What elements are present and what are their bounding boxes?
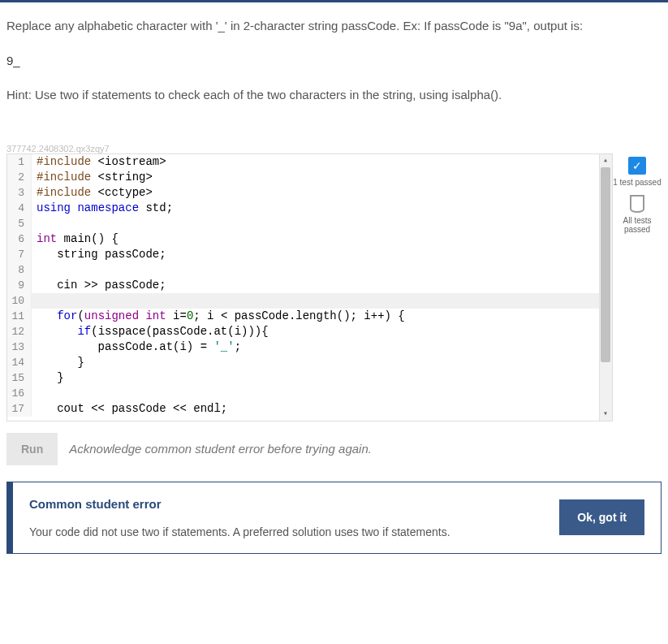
code-line[interactable]: 12 if(isspace(passCode.at(i))){: [7, 324, 612, 339]
code-line[interactable]: 4using namespace std;: [7, 201, 612, 216]
code-editor[interactable]: 1#include <iostream>2#include <string>3#…: [6, 153, 613, 421]
run-button[interactable]: Run: [6, 433, 58, 465]
error-body: Your code did not use two if statements.…: [29, 525, 450, 538]
code-line[interactable]: 10: [7, 293, 612, 309]
code-text[interactable]: [32, 216, 37, 231]
code-text[interactable]: }: [32, 355, 84, 370]
line-number: 8: [7, 262, 32, 278]
code-text[interactable]: cin >> passCode;: [32, 278, 166, 293]
code-line[interactable]: 17 cout << passCode << endl;: [7, 401, 612, 417]
code-line[interactable]: 8: [7, 262, 612, 278]
code-line[interactable]: 1#include <iostream>: [7, 154, 612, 170]
check-icon: ✓: [628, 157, 646, 175]
line-number: 16: [7, 386, 32, 401]
code-line[interactable]: 16: [7, 386, 612, 401]
line-number: 6: [7, 231, 32, 247]
code-text[interactable]: int main() {: [32, 231, 119, 247]
line-number: 3: [7, 185, 32, 201]
code-line[interactable]: 6int main() {: [7, 231, 612, 247]
code-text[interactable]: using namespace std;: [32, 201, 173, 216]
line-number: 4: [7, 201, 32, 216]
code-text[interactable]: #include <iostream>: [32, 154, 166, 170]
line-number: 1: [7, 154, 32, 170]
scrollbar-thumb[interactable]: [601, 167, 610, 362]
problem-statement: Replace any alphabetic character with '_…: [0, 2, 668, 136]
line-number: 11: [7, 309, 32, 324]
error-content: Common student error Your code did not u…: [29, 497, 450, 538]
vertical-scrollbar[interactable]: ▴ ▾: [599, 154, 612, 421]
code-line[interactable]: 2#include <string>: [7, 170, 612, 185]
code-line[interactable]: 14 }: [7, 355, 612, 370]
code-area: 1#include <iostream>2#include <string>3#…: [0, 153, 668, 421]
line-number: 14: [7, 355, 32, 370]
line-number: 15: [7, 370, 32, 386]
line-number: 12: [7, 324, 32, 339]
code-line[interactable]: 7 string passCode;: [7, 247, 612, 262]
test-status-panel: ✓ 1 test passed All tests passed: [613, 153, 662, 234]
scroll-down-arrow[interactable]: ▾: [601, 409, 610, 419]
error-box: Common student error Your code did not u…: [6, 482, 662, 554]
code-text[interactable]: [32, 386, 37, 401]
code-text[interactable]: cout << passCode << endl;: [32, 401, 227, 417]
watermark-id: 377742.2408302.qx3zqy7: [0, 144, 668, 153]
code-line[interactable]: 11 for(unsigned int i=0; i < passCode.le…: [7, 309, 612, 324]
example-output: 9_: [6, 52, 662, 71]
run-message: Acknowledge common student error before …: [69, 442, 372, 456]
line-number: 9: [7, 278, 32, 293]
code-line[interactable]: 15 }: [7, 370, 612, 386]
run-row: Run Acknowledge common student error bef…: [0, 426, 668, 472]
code-line[interactable]: 13 passCode.at(i) = '_';: [7, 339, 612, 355]
test-passed-label: 1 test passed: [613, 178, 662, 187]
line-number: 13: [7, 339, 32, 355]
line-number: 17: [7, 401, 32, 417]
scroll-up-arrow[interactable]: ▴: [601, 156, 610, 166]
code-line[interactable]: 3#include <cctype>: [7, 185, 612, 201]
code-text[interactable]: #include <cctype>: [32, 185, 153, 201]
line-number: 2: [7, 170, 32, 185]
code-text[interactable]: [32, 293, 37, 309]
line-number: 5: [7, 216, 32, 231]
problem-prompt: Replace any alphabetic character with '_…: [6, 17, 662, 36]
line-number: 10: [7, 293, 32, 309]
code-text[interactable]: #include <string>: [32, 170, 153, 185]
code-text[interactable]: for(unsigned int i=0; i < passCode.lengt…: [32, 309, 405, 324]
ok-got-it-button[interactable]: Ok, got it: [559, 499, 644, 535]
code-line[interactable]: 9 cin >> passCode;: [7, 278, 612, 293]
code-text[interactable]: if(isspace(passCode.at(i))){: [32, 324, 269, 339]
line-number: 7: [7, 247, 32, 262]
code-line[interactable]: 5: [7, 216, 612, 231]
problem-hint: Hint: Use two if statements to check eac…: [6, 86, 662, 105]
shield-icon: [630, 195, 644, 213]
code-text[interactable]: string passCode;: [32, 247, 166, 262]
all-tests-label: All tests passed: [613, 216, 662, 234]
code-text[interactable]: passCode.at(i) = '_';: [32, 339, 241, 355]
code-text[interactable]: }: [32, 370, 64, 386]
error-title: Common student error: [29, 497, 450, 511]
code-text[interactable]: [32, 262, 37, 278]
